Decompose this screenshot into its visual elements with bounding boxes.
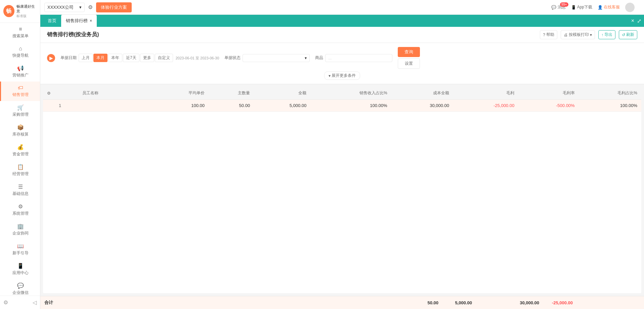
date-filter-label: 单据日期 <box>60 55 77 61</box>
sidebar-settings-button[interactable]: ⚙ <box>3 299 8 306</box>
sidebar-item-basics[interactable]: ☰ 基础信息 <box>0 180 40 200</box>
td-settings <box>43 100 55 112</box>
company-name: XXXXXX公司 <box>47 4 74 10</box>
print-button[interactable]: 🖨 按模板打印 ▾ <box>561 30 595 39</box>
footer-cost: 30,000.00 <box>512 300 539 305</box>
sidebar-item-marketing[interactable]: 📢 营销推广 <box>0 62 40 82</box>
message-icon: 💬 <box>551 5 556 10</box>
date-btn-more[interactable]: 更多 <box>140 54 154 62</box>
goods-input[interactable]: ... <box>325 54 392 62</box>
enterprise-icon: 🏢 <box>17 223 24 229</box>
print-dropdown-icon: ▾ <box>590 33 592 37</box>
date-btn-current-month[interactable]: 本月 <box>93 54 108 62</box>
page-actions: ? 帮助 🖨 按模板打印 ▾ ↑ 导出 ↺ 刷新 <box>540 30 637 39</box>
print-icon: 🖨 <box>564 33 568 37</box>
export-button[interactable]: ↑ 导出 <box>598 30 615 39</box>
td-name <box>78 100 154 112</box>
th-amount: 全额 <box>254 87 310 100</box>
footer-amount: 5,000.00 <box>445 300 472 305</box>
date-range-buttons: 上月 本月 本年 近7天 更多 自定义 <box>79 54 173 62</box>
search-order-icon: ≡ <box>19 26 22 32</box>
th-rank <box>55 87 78 100</box>
company-settings-icon[interactable]: ⚙ <box>88 4 93 10</box>
goods-filter: 商品 ... <box>315 54 392 62</box>
sidebar: 畅 畅康通好生意 标准版 ≡ 搜索菜单 ⌂ 快捷导航 📢 营销推广 🏷 销售管理… <box>0 0 40 309</box>
date-btn-current-year[interactable]: 本年 <box>108 54 122 62</box>
sidebar-item-wechat[interactable]: 💬 企业微信 <box>0 279 40 296</box>
sidebar-label-quick-nav: 快捷导航 <box>12 53 29 58</box>
sidebar-item-guide[interactable]: 📖 新手引导 <box>0 240 40 259</box>
date-filter: 单据日期 上月 本月 本年 近7天 更多 自定义 <box>60 54 173 62</box>
sidebar-item-enterprise[interactable]: 🏢 企业协同 <box>0 220 40 240</box>
expand-row: ▾ 展开更多条件 <box>47 71 637 80</box>
logo-icon: 畅 <box>3 5 14 17</box>
table-header: ⚙ 员工名称 平均单价 主数量 全额 销售收入占比% 成本全额 毛利 毛利率 毛… <box>43 87 641 100</box>
sidebar-item-inventory[interactable]: 📦 库存核算 <box>0 121 40 141</box>
guide-icon: 📖 <box>17 243 24 249</box>
marketing-icon: 📢 <box>17 65 24 71</box>
apps-icon: 📱 <box>17 263 24 269</box>
help-button[interactable]: ? 帮助 <box>540 30 557 39</box>
wechat-icon: 💬 <box>17 282 24 289</box>
footer-label: 合计 <box>44 300 85 306</box>
td-sales-pct: 100.00% <box>310 100 391 112</box>
td-profit-rate: -500.00% <box>518 100 578 112</box>
tab-sales-ranking[interactable]: 销售排行榜 × <box>61 15 97 27</box>
basics-icon: ☰ <box>18 184 23 190</box>
sidebar-label-finance: 资金管理 <box>12 151 29 157</box>
trial-button[interactable]: 体验行业方案 <box>96 2 132 12</box>
th-cost: 成本全额 <box>391 87 453 100</box>
date-btn-7days[interactable]: 近7天 <box>123 54 139 62</box>
settings-button[interactable]: 设置 <box>398 58 420 69</box>
sidebar-collapse-button[interactable]: ◁ <box>33 299 37 306</box>
online-service-link[interactable]: 👤 在线客服 <box>598 4 620 10</box>
date-btn-custom[interactable]: 自定义 <box>155 54 173 62</box>
sidebar-item-search-order[interactable]: ≡ 搜索菜单 <box>0 23 40 42</box>
download-icon: 📱 <box>571 5 576 10</box>
sidebar-item-finance[interactable]: 💰 资金管理 <box>0 141 40 160</box>
user-avatar[interactable] <box>625 3 635 12</box>
message-area[interactable]: 💬 消息 99+ <box>551 4 566 10</box>
tab-home[interactable]: 首页 <box>43 15 61 27</box>
home-tab-label: 首页 <box>48 18 56 24</box>
window-close-icon[interactable]: × <box>631 18 634 24</box>
sidebar-label-sales: 销售管理 <box>12 92 29 98</box>
td-rank: 1 <box>55 100 78 112</box>
th-profit-pct: 毛利占比% <box>579 87 641 100</box>
sidebar-label-system: 系统管理 <box>12 211 29 216</box>
sidebar-label-guide: 新手引导 <box>12 250 29 256</box>
date-range-text: 2023-06-01 至 2023-06-30 <box>176 56 219 61</box>
query-button[interactable]: 查询 <box>398 47 420 57</box>
app-download-link[interactable]: 📱 App下载 <box>571 4 592 10</box>
filter-collapse-button[interactable]: ▶ <box>47 54 55 62</box>
message-badge: 99+ <box>560 2 568 7</box>
system-icon: ⚙ <box>18 203 23 210</box>
th-sales-pct: 销售收入占比% <box>310 87 391 100</box>
window-expand-icon[interactable]: ⤢ <box>637 18 641 24</box>
sidebar-item-apps[interactable]: 📱 应用中心 <box>0 259 40 279</box>
th-settings[interactable]: ⚙ <box>43 87 55 100</box>
sidebar-item-operations[interactable]: 📋 经营管理 <box>0 160 40 180</box>
expand-label: 展开更多条件 <box>332 73 356 79</box>
download-label: App下载 <box>577 4 592 10</box>
sidebar-item-system[interactable]: ⚙ 系统管理 <box>0 200 40 220</box>
tab-close-icon[interactable]: × <box>90 18 92 23</box>
date-btn-last-month[interactable]: 上月 <box>79 54 93 62</box>
sidebar-item-purchase[interactable]: 🛒 采购管理 <box>0 101 40 121</box>
sidebar-label-marketing: 营销推广 <box>12 72 29 78</box>
expand-more-button[interactable]: ▾ 展开更多条件 <box>324 71 360 80</box>
td-cost: 30,000.00 <box>391 100 453 112</box>
status-filter-label: 单据状态 <box>224 55 241 61</box>
company-selector[interactable]: XXXXXX公司 ▾ <box>44 3 85 12</box>
service-icon: 👤 <box>598 5 603 10</box>
status-select[interactable]: ▾ <box>243 54 310 62</box>
sales-tab-label: 销售排行榜 <box>66 18 88 24</box>
refresh-button[interactable]: ↺ 刷新 <box>619 30 637 39</box>
td-profit-pct: 100.00% <box>579 100 641 112</box>
sidebar-item-sales[interactable]: 🏷 销售管理 <box>0 82 40 101</box>
footer-profit: -25,000.00 <box>546 300 573 305</box>
table-area: ⚙ 员工名称 平均单价 主数量 全额 销售收入占比% 成本全额 毛利 毛利率 毛… <box>43 87 641 293</box>
service-label: 在线客服 <box>604 4 620 10</box>
status-dropdown-icon: ▾ <box>305 56 307 60</box>
sidebar-item-quick-nav[interactable]: ⌂ 快捷导航 <box>0 42 40 62</box>
